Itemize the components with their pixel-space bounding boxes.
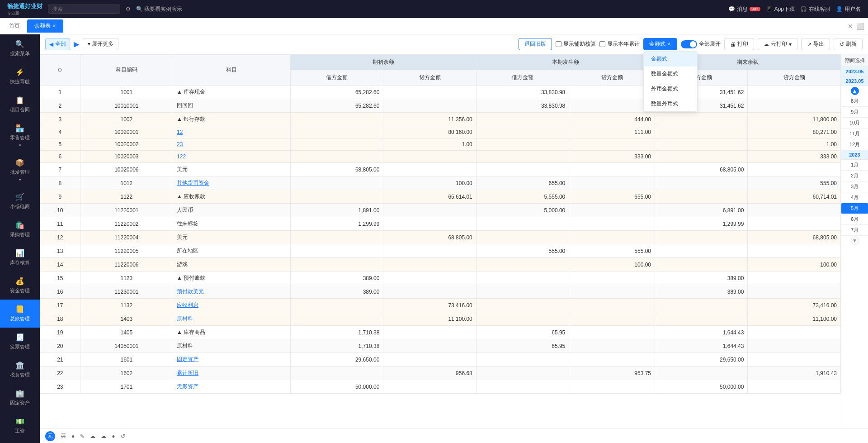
date-item-may[interactable]: 5月 (841, 203, 868, 214)
row-code: 11220004 (80, 231, 173, 244)
row-name[interactable]: 应收利息 (173, 299, 291, 312)
tab-home[interactable]: 首页 (4, 19, 25, 33)
row-code: 1602 (80, 367, 173, 380)
row-name[interactable]: 无形资产 (173, 380, 291, 394)
sidebar-item-wholesale[interactable]: 📦 批发管理 ▾ (0, 153, 40, 187)
date-item-jan[interactable]: 1月 (841, 160, 868, 171)
refresh-btn[interactable]: ↺ 刷新 (834, 38, 863, 50)
row-name[interactable]: 预付款美元 (173, 285, 291, 299)
row-name[interactable]: 固定资产 (173, 353, 291, 367)
date-item-sep[interactable]: 9月 (841, 107, 868, 118)
sidebar-item-ledger[interactable]: 📒 总账管理 (0, 300, 40, 328)
sidebar-item-quick-nav[interactable]: ⚡ 快捷导航 (0, 62, 40, 91)
row-name[interactable]: 12 (173, 126, 291, 138)
row-current-debit: 555.00 (476, 244, 569, 258)
format-option-foreign-amount[interactable]: 外币金额式 (644, 81, 697, 96)
sidebar-item-purchase[interactable]: 🛍️ 采购管理 (0, 215, 40, 243)
row-closing-debit: 50,000.00 (655, 380, 748, 394)
date-item-nov[interactable]: 11月 (841, 129, 868, 139)
row-closing-credit: 1,910.43 (748, 367, 841, 380)
settings-icon[interactable]: ⚙ (126, 6, 131, 12)
sidebar-item-salary[interactable]: 💵 工资 (0, 412, 40, 440)
row-num: 6 (40, 151, 80, 163)
row-name[interactable]: 122 (173, 151, 291, 163)
show-auxiliary-check[interactable]: 显示辅助核算 (556, 40, 596, 48)
row-name[interactable]: 原材料 (173, 312, 291, 326)
back-old-btn[interactable]: 退回旧版 (519, 38, 552, 50)
scroll-down-btn[interactable]: ▼ (851, 237, 859, 245)
balance-table: ⚙ 科目编码 科目 期初余额 本期发生额 期末余额 借方金额 贷方金额 借方金额 (40, 54, 841, 394)
row-current-debit (476, 285, 569, 299)
row-code: 10020006 (80, 163, 173, 176)
online-service-btn[interactable]: 🎧 在线客服 (800, 5, 830, 13)
date-year-2023-05-2: 2023.05 (841, 76, 868, 86)
sidebar-item-invoice[interactable]: 🧾 发票管理 (0, 328, 40, 356)
window-max-btn[interactable]: ⬜ (857, 23, 864, 30)
format-option-amount[interactable]: 金额式 (644, 52, 697, 67)
row-name: 美元 (173, 231, 291, 244)
demo-link[interactable]: 🔍 我要看实例演示 (136, 5, 182, 13)
window-close-btn[interactable]: ✕ (848, 23, 853, 30)
row-current-debit (476, 299, 569, 312)
messages-btn[interactable]: 💬 消息 99+ (728, 5, 760, 13)
status-en-btn[interactable]: 英 (61, 432, 66, 440)
refresh-icon: ↺ (840, 41, 844, 48)
row-name[interactable]: 累计折旧 (173, 367, 291, 380)
print-btn[interactable]: 🖨 打印 (724, 38, 754, 50)
export-btn[interactable]: ↗ 导出 (801, 38, 830, 50)
row-current-debit: 5,000.00 (476, 204, 569, 217)
status-edit-icon[interactable]: ✎ (80, 433, 85, 439)
nav-right-icon[interactable]: ▶ (74, 40, 79, 48)
top-search-input[interactable] (48, 5, 120, 14)
date-item-mar[interactable]: 3月 (841, 181, 868, 192)
export-icon: ↗ (807, 41, 811, 48)
expand-more-btn[interactable]: ▾ 展开更多 (83, 38, 118, 50)
format-option-qty-foreign[interactable]: 数量外币式 (644, 96, 697, 111)
sidebar-item-search[interactable]: 🔍 搜索菜单 (0, 34, 40, 62)
row-code: 11220005 (80, 244, 173, 258)
table-row: 1011220001人民币1,891.005,000.006,891.00 (40, 204, 841, 217)
user-avatar[interactable]: 👤 用户名 (836, 5, 861, 13)
sidebar-item-retail[interactable]: 🏪 零售管理 ▾ (0, 119, 40, 153)
status-refresh-status[interactable]: ↺ (121, 433, 125, 439)
show-year-check[interactable]: 显示本年累计 (599, 40, 640, 48)
row-period-credit: 11,100.00 (383, 312, 476, 326)
scroll-up-btn[interactable]: ▲ (851, 87, 859, 95)
date-item-aug[interactable]: 8月 (841, 96, 868, 107)
status-yuan-icon[interactable]: 元 (45, 431, 55, 441)
sidebar-item-ecommerce[interactable]: 🛒 小畅电商 (0, 187, 40, 215)
row-name: 原材料 (173, 339, 291, 353)
expand-all-toggle[interactable]: 全部展开 (681, 40, 721, 48)
format-option-qty-amount[interactable]: 数量金额式 (644, 67, 697, 81)
status-cloud-icon[interactable]: ☁ (90, 433, 95, 439)
row-name[interactable]: 其他货币资金 (173, 176, 291, 190)
cloud-print-btn[interactable]: ☁ 云打印 ▾ (758, 38, 797, 50)
date-item-jul[interactable]: 7月 (841, 225, 868, 236)
sidebar-item-tax[interactable]: 🏛️ 税务管理 (0, 356, 40, 384)
row-name[interactable]: 23 (173, 138, 291, 151)
sidebar-item-assets[interactable]: 🏢 固定资产 (0, 384, 40, 412)
app-download-btn[interactable]: 📱 App下载 (766, 5, 795, 13)
date-item-dec[interactable]: 12月 (841, 139, 868, 150)
all-btn[interactable]: ◀ 全部 (45, 38, 70, 50)
sidebar-item-funds[interactable]: 💰 资金管理 (0, 272, 40, 300)
date-item-jun[interactable]: 6月 (841, 214, 868, 225)
sidebar-item-project[interactable]: 📋 项目合同 (0, 91, 40, 119)
tab-balance-sheet[interactable]: 余额表 ✕ (27, 19, 63, 33)
date-item-feb[interactable]: 2月 (841, 171, 868, 181)
sidebar-item-inventory[interactable]: 📊 库存核算 (0, 243, 40, 272)
date-item-oct[interactable]: 10月 (841, 118, 868, 129)
print-icon: 🖨 (730, 41, 736, 48)
format-btn[interactable]: 金额式 ∧ (643, 38, 677, 50)
table-row: 81012其他货币资金100.00655.00555.00 (40, 176, 841, 190)
sidebar-item-operations[interactable]: 📈 经营管理 (0, 440, 40, 443)
row-current-debit: 65.95 (476, 326, 569, 339)
row-current-credit: 111.00 (569, 126, 655, 138)
row-closing-credit (748, 339, 841, 353)
table-settings-icon[interactable]: ⚙ (40, 55, 80, 86)
date-item-apr[interactable]: 4月 (841, 192, 868, 203)
tab-close-icon[interactable]: ✕ (52, 24, 56, 29)
status-cloud2-icon[interactable]: ☁ (101, 433, 106, 439)
format-dropdown[interactable]: 金额式 ∧ 金额式 数量金额式 外币金额式 数量外币式 (643, 38, 677, 50)
toggle-switch-control[interactable] (681, 40, 697, 48)
